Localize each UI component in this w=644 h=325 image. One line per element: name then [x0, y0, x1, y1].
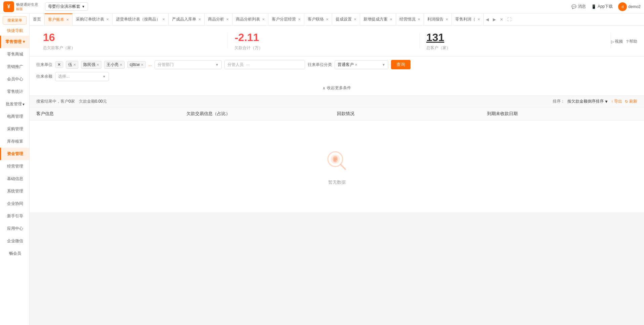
- money-bg-icon: ¥: [40, 30, 58, 48]
- filter-tag-unit-x[interactable]: ✕: [55, 61, 63, 68]
- tab-close-retail-profit[interactable]: ✕: [477, 17, 480, 21]
- sidebar-item-retail-store[interactable]: 零售商城: [0, 48, 29, 61]
- tab-bar: 首页 客户账本 ✕ 采购订单统计表 ✕ 进货单统计表（按商品） ✕ 产成品入库单…: [30, 13, 644, 26]
- account-selector[interactable]: 母婴行业演示帐套 ▼: [45, 2, 88, 11]
- search-button[interactable]: 查询: [391, 60, 411, 69]
- sidebar-item-enterprise-wechat[interactable]: 企业微信: [0, 235, 29, 247]
- collapse-button[interactable]: ∧ 收起更多条件: [320, 84, 354, 92]
- tab-close-product-analysis[interactable]: ✕: [226, 17, 229, 21]
- balance-chevron-icon: ▼: [102, 75, 106, 78]
- messages-btn[interactable]: 💬 消息: [571, 4, 586, 9]
- sidebar-item-finance[interactable]: 资金管理: [0, 148, 29, 160]
- top-bar: ¥ 畅捷通好生意 标版 母婴行业演示帐套 ▼ 💬 消息 📱 App下载 d de…: [0, 0, 644, 13]
- tab-close-product-analysis-list[interactable]: ✕: [262, 17, 265, 21]
- sidebar-item-basic-info[interactable]: 基础信息: [0, 173, 29, 185]
- sidebar-item-ecommerce[interactable]: 电商管理: [0, 110, 29, 123]
- tab-inbound-stats[interactable]: 进货单统计表（按商品） ✕: [113, 13, 169, 26]
- app-download-btn[interactable]: 📱 App下载: [591, 4, 613, 9]
- refresh-button[interactable]: ↻ 刷新: [625, 99, 637, 104]
- logo-icon: ¥: [3, 1, 14, 12]
- sidebar-item-inventory[interactable]: 库存核算: [0, 135, 29, 148]
- sidebar-item-app-center[interactable]: 应用中心: [0, 222, 29, 235]
- tab-close-new-raise-plan[interactable]: ✕: [390, 17, 392, 21]
- tab-nav-prev[interactable]: ◀: [484, 13, 491, 26]
- diamond-bg-icon: ✦: [231, 30, 249, 48]
- results-bar: 搜索结果中，客户0家 欠款金额0.00元 排序： 按欠款金额倒序排序 ▼ ↑ 导…: [30, 96, 644, 107]
- tag-close-chenminqiang[interactable]: ✕: [96, 63, 99, 67]
- sidebar-item-retail-stat[interactable]: 零售统计: [0, 85, 29, 98]
- sidebar-item-quick-nav[interactable]: 快捷导航: [0, 26, 29, 36]
- svg-text:✦: ✦: [238, 35, 243, 42]
- tab-customer-segment[interactable]: 客户分层经营 ✕: [268, 13, 304, 26]
- balance-select[interactable]: 选择... ▼: [55, 72, 109, 81]
- tab-product-analysis-list[interactable]: 商品分析列表 ✕: [232, 13, 268, 26]
- tab-close-customer-accounts[interactable]: ✕: [66, 18, 69, 22]
- tab-retail-profit[interactable]: 零售利润（ ✕: [452, 13, 484, 26]
- svg-rect-11: [429, 41, 431, 42]
- filter-more-btn[interactable]: ...: [148, 62, 152, 67]
- tab-customer-contact[interactable]: 客户联络 ✕: [304, 13, 332, 26]
- tab-close-inbound-stats[interactable]: ✕: [162, 17, 165, 21]
- sidebar-item-member-center[interactable]: 会员中心: [0, 73, 29, 85]
- sort-button[interactable]: 按欠款金额倒序排序 ▼: [567, 99, 608, 104]
- building-bg-icon: [423, 30, 443, 48]
- category-tag-normal: 普通客户 ✕: [338, 62, 357, 68]
- search-menu-button[interactable]: 搜索菜单: [3, 16, 27, 25]
- svg-rect-12: [435, 38, 436, 40]
- logo-text: 畅捷通好生意 标版: [16, 2, 38, 11]
- filter-row-1: 往来单位 ✕ 伍 ✕ 陈民强 ✕ 王小亮 ✕: [36, 60, 637, 69]
- sidebar-item-system[interactable]: 系统管理: [0, 185, 29, 197]
- tab-product-analysis[interactable]: 商品分析 ✕: [205, 13, 232, 26]
- tag-close-wu[interactable]: ✕: [73, 63, 76, 67]
- tab-profit-report[interactable]: 利润报告 ✕: [424, 13, 452, 26]
- tab-close-raise-settings[interactable]: ✕: [354, 17, 356, 21]
- dept-select-label: 分管部门: [158, 62, 174, 68]
- sidebar-item-purchase[interactable]: 采购管理: [0, 123, 29, 135]
- category-select[interactable]: 普通客户 ✕ ▼: [335, 60, 388, 69]
- sidebar-item-marketing[interactable]: 营销推广: [0, 61, 29, 73]
- tag-close-normal-customer[interactable]: ✕: [355, 63, 357, 67]
- tag-close-wangxiaoliang[interactable]: ✕: [120, 63, 122, 67]
- svg-rect-8: [427, 38, 428, 39]
- svg-line-18: [341, 165, 345, 169]
- sidebar-item-enterprise[interactable]: 企业协同: [0, 197, 29, 210]
- sidebar-item-newbie[interactable]: 新手引导: [0, 210, 29, 222]
- person-select[interactable]: 分管人员 ···: [224, 60, 305, 69]
- video-link[interactable]: ▷ 视频: [611, 39, 623, 44]
- tab-new-raise-plan[interactable]: 新增提成方案 ✕: [360, 13, 396, 26]
- sidebar-item-operations[interactable]: 经营管理: [0, 160, 29, 173]
- sidebar-item-vip[interactable]: 畅会员: [0, 247, 29, 260]
- tab-close-production-inbound[interactable]: ✕: [198, 17, 201, 21]
- tab-customer-accounts[interactable]: 客户账本 ✕: [45, 13, 73, 26]
- svg-rect-6: [427, 35, 428, 36]
- tab-close-operations-status[interactable]: ✕: [418, 17, 420, 21]
- export-icon: ↑: [611, 99, 613, 104]
- tab-home[interactable]: 首页: [30, 13, 45, 26]
- tab-close-customer-contact[interactable]: ✕: [326, 17, 329, 21]
- help-link[interactable]: ? 帮助: [626, 39, 637, 44]
- svg-rect-13: [437, 38, 438, 40]
- tab-nav-maximize[interactable]: ⛶: [505, 13, 513, 26]
- export-button[interactable]: ↑ 导出: [611, 99, 622, 104]
- tab-close-profit-report[interactable]: ✕: [445, 17, 448, 21]
- sidebar-item-wholesale-mgmt[interactable]: 批发管理 ▾: [0, 98, 29, 110]
- tab-close-purchase-orders[interactable]: ✕: [106, 17, 109, 21]
- tab-raise-settings[interactable]: 提成设置 ✕: [332, 13, 360, 26]
- play-icon: ▷: [611, 39, 614, 44]
- app-logo-area: ¥ 畅捷通好生意 标版: [3, 1, 38, 12]
- dept-select[interactable]: 分管部门 ▼: [155, 60, 222, 69]
- tab-production-inbound[interactable]: 产成品入库单 ✕: [169, 13, 205, 26]
- tab-nav-close-all[interactable]: ✕: [498, 13, 505, 26]
- tab-nav-next[interactable]: ▶: [491, 13, 498, 26]
- tab-purchase-orders[interactable]: 采购订单统计表 ✕: [73, 13, 113, 26]
- tab-close-customer-segment[interactable]: ✕: [298, 17, 301, 21]
- table-container: 客户信息 欠款交易信息（占比） 回款情况 到期未收款日期: [30, 107, 644, 212]
- col-header-repayment: 回款情况: [337, 111, 487, 117]
- sidebar-item-retail-mgmt[interactable]: 零售管理 ▾: [0, 36, 29, 48]
- dept-chevron-icon: ▼: [215, 63, 219, 67]
- tab-operations-status[interactable]: 经营情况 ✕: [396, 13, 424, 26]
- tag-close-cjttcw[interactable]: ✕: [141, 63, 143, 67]
- user-avatar-area[interactable]: d demo2: [618, 2, 641, 11]
- person-dots-icon[interactable]: ···: [245, 62, 251, 68]
- svg-rect-4: [426, 33, 432, 46]
